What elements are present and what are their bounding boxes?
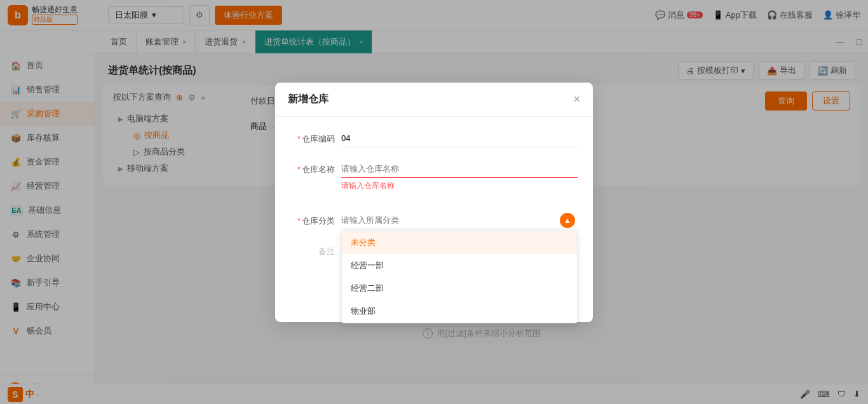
warehouse-code-input[interactable] — [341, 130, 578, 147]
modal-header: 新增仓库 × — [275, 83, 593, 117]
dropdown-item-property[interactable]: 物业部 — [342, 300, 577, 323]
category-dropdown: 未分类 经营一部 经营二部 物业部 — [341, 231, 578, 323]
remark-label: 备注 — [290, 242, 341, 257]
name-error-msg: 请输入仓库名称 — [341, 180, 578, 191]
dropdown-item-ops2[interactable]: 经营二部 — [342, 277, 577, 300]
modal-title: 新增仓库 — [288, 93, 329, 106]
modal-new-warehouse: 新增仓库 × *仓库编码 *仓库名称 请输入仓库名称 — [275, 83, 593, 322]
category-toggle-button[interactable]: ▲ — [560, 213, 575, 228]
form-row-name: *仓库名称 请输入仓库名称 — [290, 160, 578, 191]
modal-overlay[interactable]: 新增仓库 × *仓库编码 *仓库名称 请输入仓库名称 — [0, 0, 868, 404]
form-row-category: *仓库分类 ▲ 未分类 经营一部 经营二部 物业部 — [290, 212, 578, 229]
warehouse-name-input[interactable] — [341, 160, 578, 178]
category-input[interactable] — [341, 212, 578, 229]
modal-body: *仓库编码 *仓库名称 请输入仓库名称 *仓库分类 — [275, 117, 593, 283]
form-row-code: *仓库编码 — [290, 130, 578, 147]
dropdown-item-uncategorized[interactable]: 未分类 — [342, 231, 577, 254]
category-label: *仓库分类 — [290, 212, 341, 227]
dropdown-item-ops1[interactable]: 经营一部 — [342, 254, 577, 277]
name-label: *仓库名称 — [290, 160, 341, 175]
modal-close-button[interactable]: × — [573, 93, 580, 106]
code-label: *仓库编码 — [290, 130, 341, 145]
category-wrapper: ▲ 未分类 经营一部 经营二部 物业部 — [341, 212, 578, 229]
